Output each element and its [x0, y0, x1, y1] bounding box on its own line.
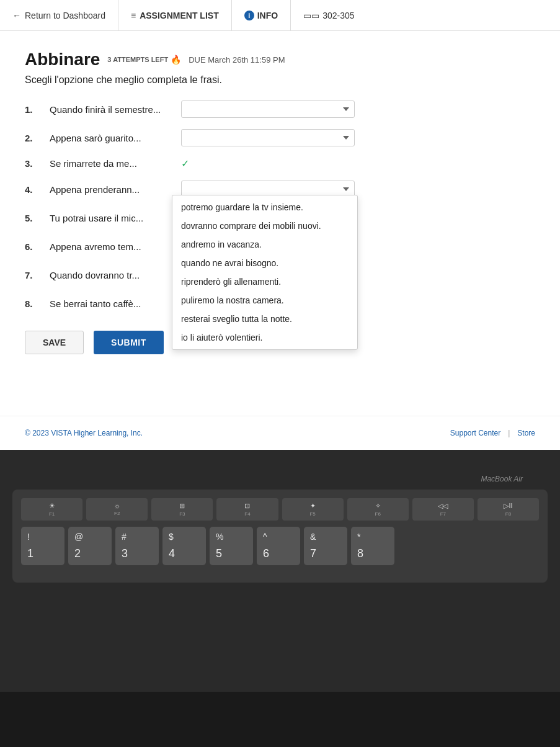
key-bottom-num: 3	[122, 547, 128, 560]
pages-button[interactable]: ▭▭ 302-305	[291, 0, 367, 30]
footer-copyright: © 2023 VISTA Higher Learning, Inc.	[25, 429, 143, 437]
key-1[interactable]: ! 1	[21, 527, 64, 565]
attempts-label: 3 ATTEMPTS LEFT	[107, 56, 168, 63]
fn-row: ☀ F1 ☼ F2 ⊞ F3 ⊡ F4 ✦ F5 ✧ F6	[21, 498, 539, 521]
question-text: Quando dovranno tr...	[50, 270, 174, 280]
fn-key-f7[interactable]: ◁◁ F7	[412, 498, 474, 521]
fn-key-f8[interactable]: ▷II F8	[478, 498, 539, 521]
key-8[interactable]: * 8	[351, 527, 394, 565]
fn-key-f5[interactable]: ✦ F5	[282, 498, 344, 521]
question-number: 5.	[25, 213, 42, 223]
f7-label: F7	[440, 511, 446, 517]
dropdown-item[interactable]: io li aiuterò volentieri.	[172, 328, 357, 347]
checkmark-icon: ✓	[181, 158, 189, 169]
flame-icon: 🔥	[171, 55, 181, 65]
key-7[interactable]: & 7	[304, 527, 347, 565]
f8-label: F8	[505, 511, 511, 517]
store-link[interactable]: Store	[517, 429, 535, 437]
key-bottom-num: 7	[310, 547, 316, 560]
number-row: ! 1 @ 2 # 3 $ 4 % 5 ^ 6	[21, 527, 539, 565]
question-text: Appena avremo tem...	[50, 241, 174, 252]
question-row: 2. Appena sarò guarito...	[25, 129, 535, 146]
fn-key-f2[interactable]: ☼ F2	[86, 498, 148, 521]
fn-key-f6[interactable]: ✧ F6	[347, 498, 409, 521]
assignment-list-label: ASSIGNMENT LIST	[140, 11, 219, 20]
key-bottom-num: 1	[27, 547, 33, 560]
key-top-symbol: *	[357, 532, 360, 542]
dropdown-item[interactable]: potremo guardare la tv insieme.	[172, 198, 357, 217]
key-bottom-num: 5	[216, 547, 222, 560]
key-5[interactable]: % 5	[210, 527, 253, 565]
key-6[interactable]: ^ 6	[257, 527, 300, 565]
launchpad-icon: ⊡	[244, 502, 250, 510]
key-top-symbol: !	[27, 532, 30, 542]
question-1-select[interactable]	[181, 101, 355, 118]
question-text: Quando finirà il semestre...	[50, 104, 174, 115]
key-4[interactable]: $ 4	[162, 527, 206, 565]
return-label: Return to Dashboard	[25, 11, 105, 20]
f3-label: F3	[179, 511, 185, 517]
fn-key-f4[interactable]: ⊡ F4	[216, 498, 278, 521]
support-center-link[interactable]: Support Center	[450, 429, 500, 437]
brightness-high-icon: ☼	[114, 502, 120, 509]
dropdown-item[interactable]: quando ne avrai bisogno.	[172, 254, 357, 272]
brightness-low-icon: ☀	[49, 502, 55, 510]
assignment-title: Abbinare	[25, 50, 100, 69]
key-bottom-num: 2	[74, 547, 81, 560]
mission-control-icon: ⊞	[179, 502, 185, 510]
question-list: 1. Quando finirà il semestre... 2. Appen…	[25, 101, 535, 312]
key-bottom-num: 4	[169, 547, 175, 560]
list-icon: ≡	[131, 11, 136, 20]
question-text: Se berrai tanto caffè...	[50, 298, 174, 309]
info-icon: i	[244, 11, 254, 20]
question-text: Appena sarò guarito...	[50, 133, 174, 143]
assignment-list-button[interactable]: ≡ ASSIGNMENT LIST	[118, 0, 232, 30]
dropdown-item[interactable]: puliremo la nostra camera.	[172, 291, 357, 310]
question-row: 1. Quando finirà il semestre...	[25, 101, 535, 118]
question-number: 6.	[25, 241, 42, 252]
dropdown-item[interactable]: resterai sveglio tutta la notte.	[172, 310, 357, 328]
key-top-symbol: #	[122, 532, 127, 542]
question-2-select[interactable]	[181, 129, 355, 146]
dropdown-item[interactable]: andremo in vacanza.	[172, 235, 357, 254]
question-number: 3.	[25, 158, 42, 169]
save-button[interactable]: SAVE	[25, 331, 84, 354]
key-bottom-num: 8	[357, 547, 363, 560]
f5-label: F5	[309, 511, 315, 517]
pages-label: 302-305	[322, 11, 354, 20]
key-top-symbol: %	[216, 532, 223, 542]
return-to-dashboard-button[interactable]: ← Return to Dashboard	[6, 0, 118, 30]
f1-label: F1	[49, 511, 55, 517]
question-text: Appena prenderann...	[50, 184, 174, 195]
f4-label: F4	[244, 511, 250, 517]
key-top-symbol: @	[74, 532, 83, 542]
fn-key-f1[interactable]: ☀ F1	[21, 498, 82, 521]
keyboard-backlight-down-icon: ✦	[310, 502, 316, 510]
copyright-text: © 2023	[25, 429, 51, 437]
submit-button[interactable]: SUBMIT	[94, 331, 164, 354]
key-top-symbol: ^	[263, 532, 267, 542]
dropdown-popup: potremo guardare la tv insieme. dovranno…	[172, 195, 358, 350]
main-content: Abbinare 3 ATTEMPTS LEFT 🔥 DUE March 26t…	[0, 31, 560, 416]
question-number: 2.	[25, 133, 42, 143]
dropdown-item[interactable]: dovranno comprare dei mobili nuovi.	[172, 217, 357, 235]
question-text: Se rimarrete da me...	[50, 158, 174, 169]
fn-key-f3[interactable]: ⊞ F3	[151, 498, 213, 521]
question-text: Tu potrai usare il mic...	[50, 213, 174, 223]
due-text: DUE March 26th 11:59 PM	[189, 55, 285, 65]
f6-label: F6	[375, 511, 381, 517]
footer-divider: |	[508, 429, 510, 437]
question-row: 3. Se rimarrete da me... ✓ potremo guard…	[25, 158, 535, 169]
keyboard-backlight-up-icon: ✧	[375, 502, 381, 510]
key-top-symbol: $	[169, 532, 174, 542]
pages-icon: ▭▭	[303, 11, 319, 20]
page-footer: © 2023 VISTA Higher Learning, Inc. Suppo…	[0, 416, 560, 450]
copyright-suffix: , Inc.	[127, 429, 143, 437]
key-2[interactable]: @ 2	[68, 527, 112, 565]
info-label: INFO	[257, 11, 278, 20]
key-bottom-num: 6	[263, 547, 269, 560]
top-navigation: ← Return to Dashboard ≡ ASSIGNMENT LIST …	[0, 0, 560, 31]
info-button[interactable]: i INFO	[232, 0, 291, 30]
key-3[interactable]: # 3	[115, 527, 159, 565]
dropdown-item[interactable]: riprenderò gli allenamenti.	[172, 272, 357, 291]
